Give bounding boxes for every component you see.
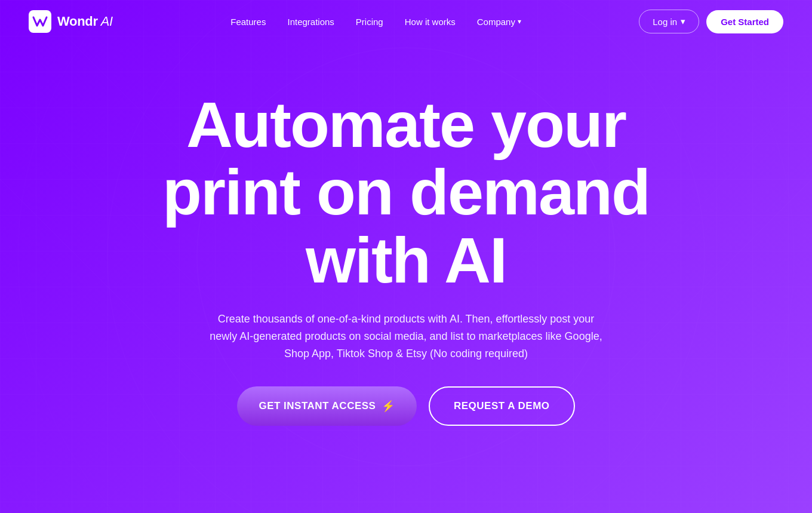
logo-text: Wondr AI bbox=[57, 14, 113, 29]
instant-access-label: GET INSTANT ACCESS bbox=[259, 400, 376, 412]
instant-access-button[interactable]: GET INSTANT ACCESS ⚡ bbox=[237, 386, 417, 426]
logo[interactable]: Wondr AI bbox=[29, 10, 113, 33]
nav-links: Features Integrations Pricing How it wor… bbox=[230, 17, 521, 27]
navbar: Wondr AI Features Integrations Pricing H… bbox=[0, 0, 812, 43]
chevron-down-icon: ▾ bbox=[518, 17, 521, 26]
nav-company[interactable]: Company ▾ bbox=[477, 17, 521, 27]
nav-integrations[interactable]: Integrations bbox=[287, 17, 334, 27]
request-demo-button[interactable]: REQUEST A DEMO bbox=[429, 386, 575, 426]
hero-title: Automate your print on demand with AI bbox=[162, 91, 650, 294]
hero-section: Automate your print on demand with AI Cr… bbox=[0, 43, 812, 426]
hero-cta-row: GET INSTANT ACCESS ⚡ REQUEST A DEMO bbox=[237, 386, 574, 426]
login-button[interactable]: Log in ▾ bbox=[639, 10, 699, 33]
nav-pricing[interactable]: Pricing bbox=[356, 17, 383, 27]
get-started-button[interactable]: Get Started bbox=[706, 10, 783, 33]
nav-how-it-works[interactable]: How it works bbox=[405, 17, 456, 27]
hero-subtitle: Create thousands of one-of-a-kind produc… bbox=[203, 311, 609, 362]
nav-features[interactable]: Features bbox=[230, 17, 266, 27]
chevron-down-icon: ▾ bbox=[681, 16, 685, 27]
nav-actions: Log in ▾ Get Started bbox=[639, 10, 783, 33]
lightning-icon: ⚡ bbox=[382, 400, 395, 413]
logo-icon bbox=[29, 10, 51, 33]
page-wrapper: Wondr AI Features Integrations Pricing H… bbox=[0, 0, 812, 513]
